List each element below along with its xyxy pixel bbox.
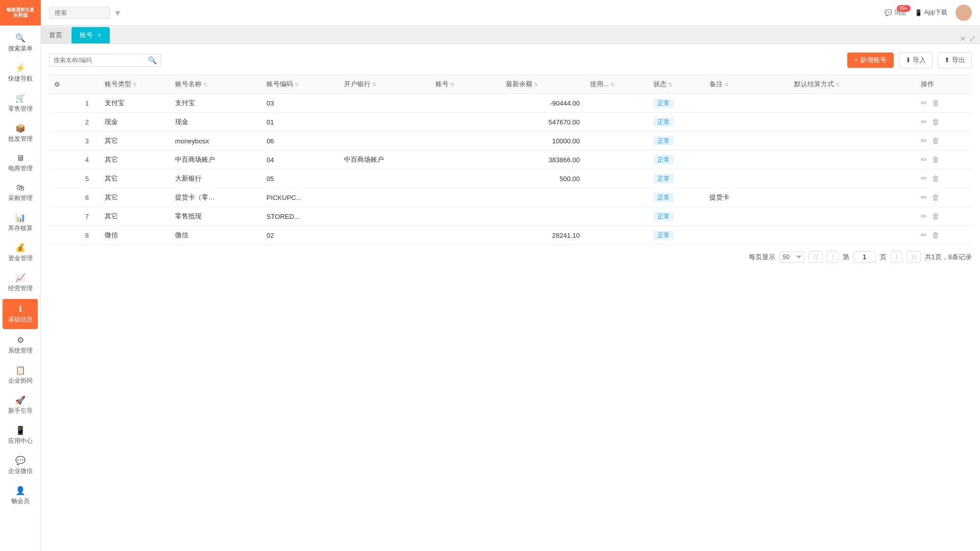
user-avatar[interactable] [955,5,972,21]
export-label: ⬆ 导出 [944,56,965,65]
row-status-3: 正常 [648,151,704,169]
sidebar-item-operations-mgmt[interactable]: 📈经营管理 [0,268,40,298]
sidebar-item-search-menu[interactable]: 🔍搜索菜单 [0,28,40,58]
edit-btn-6[interactable]: ✏ [921,212,927,220]
row-status-7: 正常 [648,226,704,245]
edit-btn-7[interactable]: ✏ [921,231,927,239]
sidebar-item-retail-mgmt[interactable]: 🛒零售管理 [0,88,40,118]
search-input[interactable] [54,57,148,64]
row-name-7: 微信 [170,226,261,245]
delete-btn-4[interactable]: 🗑 [932,174,940,183]
sort-name-icon[interactable]: ⇅ [203,82,207,87]
row-account-4 [430,169,501,188]
edit-btn-1[interactable]: ✏ [921,117,927,126]
tab-close-all-icon[interactable]: ✕ [960,34,966,43]
sort-status-icon[interactable]: ⇅ [668,82,672,87]
delete-btn-6[interactable]: 🗑 [932,212,940,220]
tab-maximize-icon[interactable]: ⤢ [969,34,976,43]
sort-use-icon[interactable]: ⇅ [610,82,615,87]
col-name-header: 账号名称⇅ [170,75,261,94]
edit-btn-3[interactable]: ✏ [921,155,927,164]
row-default-4 [789,169,916,188]
row-status-1: 正常 [648,113,704,132]
delete-btn-2[interactable]: 🗑 [932,136,940,145]
sidebar-item-finance-mgmt[interactable]: 💰资金管理 [0,238,40,268]
sidebar-item-system-mgmt[interactable]: ⚙系统管理 [0,330,40,360]
sort-code-icon[interactable]: ⇅ [295,82,299,87]
row-num-4: 5 [75,169,100,188]
row-action-4: ✏ 🗑 [916,169,972,188]
import-button[interactable]: ⬇ 导入 [899,52,933,68]
sidebar-item-purchase-mgmt[interactable]: 🛍采购管理 [0,178,40,208]
row-code-1: 01 [261,113,339,132]
row-balance-2: 10000.00 [501,132,585,151]
page-last-btn[interactable]: ⟩⟩ [906,251,921,263]
topbar-left: ▾ [49,7,120,19]
edit-btn-2[interactable]: ✏ [921,136,927,145]
tab-account-close-icon[interactable]: ✕ [97,32,102,39]
topbar-message-btn[interactable]: 💬 消息 99+ [885,8,906,17]
search-icon[interactable]: 🔍 [148,56,157,64]
sidebar-item-corp-agreement[interactable]: 📋企业协同 [0,360,40,390]
row-default-5 [789,188,916,207]
export-button[interactable]: ⬆ 导出 [938,52,972,68]
sidebar-item-ecommerce-mgmt[interactable]: 🖥电商管理 [0,148,40,178]
sidebar-item-basic-info[interactable]: ℹ基础信息 [3,299,38,329]
delete-btn-0[interactable]: 🗑 [932,98,940,107]
delete-btn-5[interactable]: 🗑 [932,193,940,202]
sidebar-item-app-center[interactable]: 📱应用中心 [0,420,40,450]
delete-btn-3[interactable]: 🗑 [932,155,940,164]
page-first-btn[interactable]: ⟨⟨ [808,251,823,263]
sidebar-item-wholesale-mgmt[interactable]: 📦批发管理 [0,118,40,148]
app-logo: 畅捷通财生意 乐邦版 [0,0,41,26]
table-header-row: ⚙ 账号类型⇅ 账号名称⇅ 账号编码⇅ 开户银行⇅ 账号⇅ 最新余额⇅ 使用..… [49,75,972,94]
sidebar-item-quick-nav[interactable]: ⚡快捷导航 [0,58,40,88]
row-code-6: STORED... [261,207,339,226]
row-code-7: 02 [261,226,339,245]
page-prev-btn[interactable]: ⟨ [827,251,839,263]
app-center-icon: 📱 [15,425,26,435]
ecommerce-mgmt-icon: 🖥 [16,154,24,163]
sort-type-icon[interactable]: ⇅ [133,82,137,87]
edit-btn-5[interactable]: ✏ [921,193,927,202]
delete-btn-7[interactable]: 🗑 [932,231,940,239]
edit-btn-0[interactable]: ✏ [921,98,927,107]
page-size-select[interactable]: 50 100 200 [779,252,804,263]
topbar-dropdown-icon[interactable]: ▾ [115,7,120,18]
row-settings-4 [49,169,75,188]
tab-account[interactable]: 账号 ✕ [71,27,110,43]
settings-icon[interactable]: ⚙ [54,81,60,88]
topbar-app-download-btn[interactable]: 📱 App下载 [915,8,947,17]
row-action-7: ✏ 🗑 [916,226,972,245]
row-action-5: ✏ 🗑 [916,188,972,207]
sidebar-item-corp-wechat[interactable]: 💬企业微信 [0,450,40,481]
sort-balance-icon[interactable]: ⇅ [534,82,538,87]
row-bank-6 [339,207,430,226]
sort-account-icon[interactable]: ⇅ [450,82,454,87]
sidebar-item-label-new-guide: 新手引导 [8,407,33,415]
sort-default-icon[interactable]: ⇅ [836,82,840,87]
topbar-search-input[interactable] [55,9,101,16]
sort-remark-icon[interactable]: ⇅ [724,82,728,87]
edit-btn-4[interactable]: ✏ [921,174,927,183]
tab-home[interactable]: 首页 [41,27,70,43]
table-body: 1 支付宝 支付宝 03 -90444.00 正常 ✏ 🗑 2 现金 现金 01… [49,94,972,245]
row-code-4: 05 [261,169,339,188]
sort-bank-icon[interactable]: ⇅ [372,82,376,87]
corp-agreement-icon: 📋 [15,365,26,375]
add-account-button[interactable]: + 新增账号 [847,53,894,68]
row-num-2: 3 [75,132,100,151]
delete-btn-1[interactable]: 🗑 [932,117,940,126]
sidebar-item-label-system-mgmt: 系统管理 [8,346,33,355]
page-next-btn[interactable]: ⟩ [891,251,902,263]
sidebar-item-member[interactable]: 👤畅会员 [0,481,40,511]
search-box: 🔍 [49,54,161,67]
sidebar-item-inventory-calc[interactable]: 📊库存核算 [0,208,40,238]
row-use-6 [585,207,648,226]
sidebar-item-new-guide[interactable]: 🚀新手引导 [0,390,40,420]
inventory-calc-icon: 📊 [15,213,26,222]
app-download-label: App下载 [924,8,947,17]
row-use-1 [585,113,648,132]
row-type-1: 现金 [100,113,170,132]
page-input[interactable] [853,251,876,263]
